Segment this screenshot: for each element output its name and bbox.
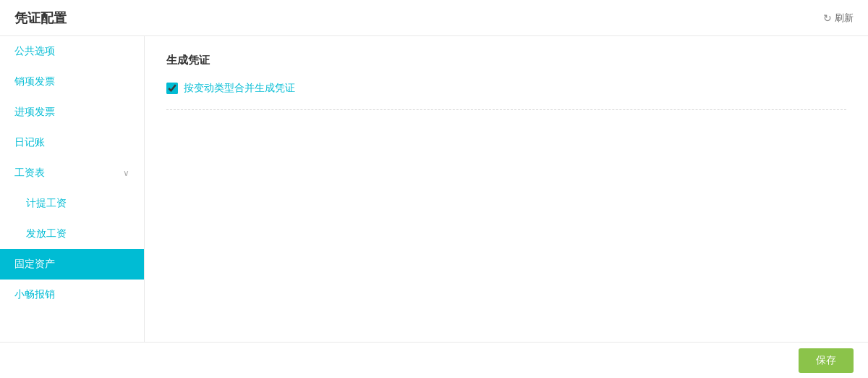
sidebar-label-expense-report: 小畅报销 bbox=[14, 288, 55, 301]
sidebar-item-expense-report[interactable]: 小畅报销 bbox=[0, 280, 144, 310]
main-layout: 公共选项 销项发票 进项发票 日记账 工资表 ∨ 计提工资 发放工资 固定资 bbox=[0, 36, 868, 342]
sidebar-item-journal[interactable]: 日记账 bbox=[0, 127, 144, 158]
merge-voucher-checkbox[interactable] bbox=[166, 83, 178, 94]
sidebar-item-payroll-table[interactable]: 工资表 ∨ bbox=[0, 158, 144, 188]
save-button[interactable]: 保存 bbox=[799, 348, 854, 373]
section-title: 生成凭证 bbox=[166, 54, 846, 67]
refresh-icon: ↻ bbox=[823, 12, 832, 24]
sidebar-item-public-options[interactable]: 公共选项 bbox=[0, 36, 144, 67]
sidebar: 公共选项 销项发票 进项发票 日记账 工资表 ∨ 计提工资 发放工资 固定资 bbox=[0, 36, 145, 342]
footer: 保存 bbox=[0, 342, 868, 378]
sidebar-label-sales-invoice: 销项发票 bbox=[14, 75, 55, 88]
page-container: 凭证配置 ↻ 刷新 公共选项 销项发票 进项发票 日记账 工资表 ∨ bbox=[0, 0, 868, 378]
page-title: 凭证配置 bbox=[14, 9, 67, 27]
checkbox-label[interactable]: 按变动类型合并生成凭证 bbox=[184, 82, 295, 95]
sidebar-item-purchase-invoice[interactable]: 进项发票 bbox=[0, 97, 144, 127]
sidebar-label-fixed-assets: 固定资产 bbox=[14, 258, 55, 271]
sidebar-label-pay-salary: 发放工资 bbox=[26, 227, 67, 240]
sidebar-item-accrued-salary[interactable]: 计提工资 bbox=[0, 188, 144, 219]
refresh-button[interactable]: ↻ 刷新 bbox=[823, 12, 854, 25]
sidebar-item-pay-salary[interactable]: 发放工资 bbox=[0, 219, 144, 249]
checkbox-row: 按变动类型合并生成凭证 bbox=[166, 82, 846, 95]
sidebar-item-sales-invoice[interactable]: 销项发票 bbox=[0, 67, 144, 97]
header: 凭证配置 ↻ 刷新 bbox=[0, 0, 868, 36]
sidebar-label-accrued-salary: 计提工资 bbox=[26, 197, 67, 210]
chevron-down-icon: ∨ bbox=[123, 168, 129, 178]
refresh-label: 刷新 bbox=[835, 12, 854, 25]
sidebar-label-payroll-table: 工资表 bbox=[14, 167, 45, 180]
sidebar-item-fixed-assets[interactable]: 固定资产 bbox=[0, 249, 144, 280]
sidebar-label-public-options: 公共选项 bbox=[14, 45, 55, 58]
sidebar-label-journal: 日记账 bbox=[14, 136, 45, 149]
sidebar-label-purchase-invoice: 进项发票 bbox=[14, 106, 55, 119]
section-divider bbox=[166, 109, 846, 110]
content-area: 生成凭证 按变动类型合并生成凭证 bbox=[145, 36, 868, 342]
